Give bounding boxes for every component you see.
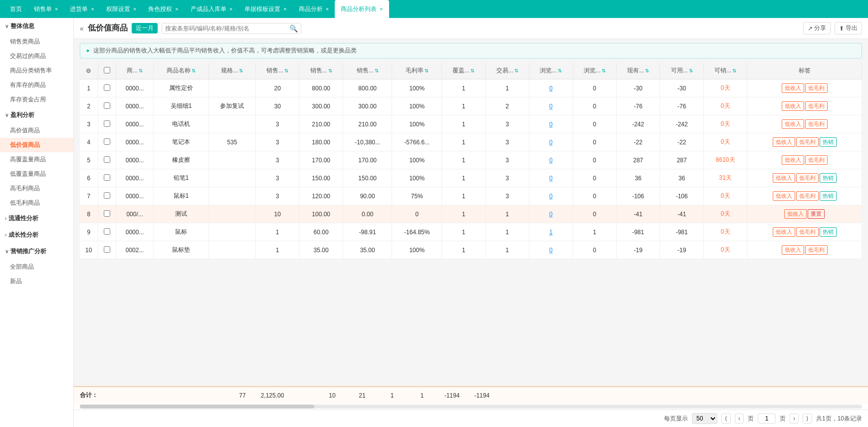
row-checkbox[interactable] — [104, 102, 110, 109]
row-trade: 1 — [485, 79, 529, 97]
search-input[interactable] — [165, 25, 289, 32]
nav-purchase-order[interactable]: 进货单 × — [64, 0, 100, 18]
footer-cells: 77 2,125.00 10 21 1 1 -1194 -1194 — [103, 392, 862, 399]
prev-page-button[interactable]: ‹ — [735, 414, 744, 424]
export-button[interactable]: ⬆ 导出 — [835, 22, 862, 34]
nav-role-auth[interactable]: 角色授权 × — [142, 0, 184, 18]
close-product-inbound[interactable]: × — [229, 6, 232, 12]
footer-label: 合计： — [80, 391, 98, 400]
close-role-auth[interactable]: × — [175, 6, 178, 12]
sidebar-group-profit[interactable]: ∨ 盈利分析 — [0, 107, 73, 123]
tag-badge: 低收入 — [773, 173, 795, 183]
tag-badge: 热销 — [820, 173, 837, 183]
view1-link[interactable]: 0 — [549, 157, 553, 164]
sidebar-item-high-margin[interactable]: 高毛利商品 — [0, 181, 73, 196]
last-page-button[interactable]: ⟩ — [803, 414, 812, 424]
row-sale2: 210.00 — [299, 115, 343, 133]
row-checkbox-cell — [98, 79, 116, 97]
first-page-button[interactable]: ⟨ — [721, 414, 731, 424]
view1-link[interactable]: 0 — [549, 139, 553, 146]
row-sale2: 800.00 — [299, 79, 343, 97]
view1-link[interactable]: 1 — [549, 229, 553, 236]
view1-link[interactable]: 0 — [549, 103, 553, 110]
nav-template-setting[interactable]: 单据模板设置 × — [238, 0, 292, 18]
close-template-setting[interactable]: × — [283, 6, 286, 12]
share-button[interactable]: ↗ 分享 — [803, 22, 831, 34]
col-settings[interactable]: ⚙ — [80, 62, 98, 79]
horizontal-scrollbar[interactable] — [74, 404, 868, 410]
row-stock1: -106 — [616, 187, 659, 205]
sidebar-group-marketing[interactable]: ∨ 营销推广分析 — [0, 243, 73, 260]
row-view1: 0 — [529, 133, 573, 151]
sidebar-item-low-value[interactable]: 低价值商品 — [0, 138, 73, 152]
sidebar-group-circulation[interactable]: › 流通性分析 — [0, 210, 73, 227]
row-name: 属性定价 — [154, 79, 209, 97]
col-stock2: 可用...⇅ — [660, 62, 703, 79]
next-page-button[interactable]: › — [790, 414, 799, 424]
table-row: 70000...鼠标13120.0090.0075%1300-106-1060天… — [80, 187, 862, 205]
row-tags: 低收入低毛利 — [747, 115, 862, 133]
row-checkbox[interactable] — [104, 192, 110, 199]
nav-sales-order[interactable]: 销售单 × — [28, 0, 64, 18]
close-product-analysis-list[interactable]: × — [380, 6, 383, 12]
row-code: 0000... — [116, 151, 153, 169]
row-name: 电话机 — [154, 115, 209, 133]
collapse-button[interactable]: « — [80, 24, 84, 32]
sidebar-group-growth[interactable]: › 成长性分析 — [0, 227, 73, 243]
row-checkbox-cell — [98, 133, 116, 151]
row-num: 4 — [80, 133, 98, 151]
row-num: 5 — [80, 151, 98, 169]
nav-permission-setting[interactable]: 权限设置 × — [100, 0, 142, 18]
view1-link[interactable]: 0 — [549, 211, 553, 218]
sidebar-item-stock-goods[interactable]: 有库存的商品 — [0, 78, 73, 92]
sidebar-item-sales-goods[interactable]: 销售类商品 — [0, 34, 73, 49]
sidebar-item-stock-capital[interactable]: 库存资金占用 — [0, 92, 73, 107]
row-view1: 0 — [529, 115, 573, 133]
sidebar-item-high-coverage[interactable]: 高覆盖量商品 — [0, 152, 73, 167]
row-tags: 低收入低毛利热销 — [747, 187, 862, 205]
view1-link[interactable]: 0 — [549, 85, 553, 92]
close-permission-setting[interactable]: × — [133, 6, 136, 12]
row-cover: 1 — [442, 115, 485, 133]
select-all-checkbox[interactable] — [104, 67, 110, 73]
search-icon[interactable]: 🔍 — [289, 24, 298, 32]
close-product-analysis[interactable]: × — [326, 6, 329, 12]
row-checkbox[interactable] — [104, 156, 110, 163]
row-sale2: 150.00 — [299, 169, 343, 187]
time-filter-button[interactable]: 近一月 — [132, 23, 158, 33]
close-sales-order[interactable]: × — [55, 6, 58, 12]
row-trade: 2 — [485, 97, 529, 115]
sidebar-item-new-goods[interactable]: 新品 — [0, 274, 73, 289]
view1-link[interactable]: 0 — [549, 121, 553, 128]
view1-link[interactable]: 0 — [549, 175, 553, 182]
nav-product-analysis[interactable]: 商品分析 × — [293, 0, 335, 18]
row-checkbox[interactable] — [104, 84, 110, 91]
row-checkbox[interactable] — [104, 120, 110, 127]
row-checkbox[interactable] — [104, 210, 110, 217]
sidebar-item-all-goods[interactable]: 全部商品 — [0, 260, 73, 274]
sidebar-item-traded-goods[interactable]: 交易过的商品 — [0, 49, 73, 63]
row-trade: 3 — [485, 151, 529, 169]
sidebar-item-high-value[interactable]: 高价值商品 — [0, 123, 73, 138]
sidebar-item-category-rate[interactable]: 商品分类销售率 — [0, 63, 73, 78]
row-tags: 低收入低毛利 — [747, 97, 862, 115]
sidebar-group-overall[interactable]: ∨ 整体信息 — [0, 18, 73, 34]
nav-product-inbound[interactable]: 产成品入库单 × — [185, 0, 238, 18]
sidebar-item-low-coverage[interactable]: 低覆盖量商品 — [0, 167, 73, 181]
row-tags: 低收入低毛利 — [747, 241, 862, 259]
nav-product-analysis-list[interactable]: 商品分析列表 × — [335, 0, 389, 18]
row-checkbox[interactable] — [104, 174, 110, 181]
row-checkbox[interactable] — [104, 138, 110, 145]
view1-link[interactable]: 0 — [549, 193, 553, 200]
nav-home[interactable]: 首页 — [4, 0, 28, 18]
close-purchase-order[interactable]: × — [91, 6, 94, 12]
page-size-select[interactable]: 50 100 200 — [692, 413, 717, 424]
row-sale3: 170.00 — [343, 151, 392, 169]
page-number-input[interactable] — [758, 414, 776, 424]
scrollbar-thumb[interactable] — [80, 405, 314, 409]
row-checkbox[interactable] — [104, 246, 110, 253]
row-checkbox[interactable] — [104, 228, 110, 235]
view1-link[interactable]: 0 — [549, 247, 553, 254]
sidebar-item-low-margin[interactable]: 低毛利商品 — [0, 196, 73, 210]
col-sale3: 销售...⇅ — [343, 62, 392, 79]
